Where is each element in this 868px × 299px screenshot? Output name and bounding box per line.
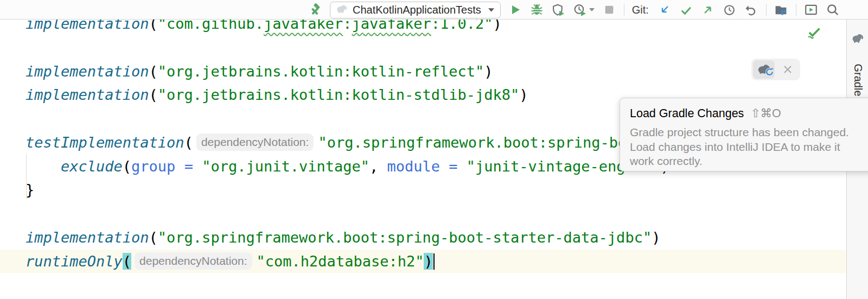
git-commit-icon[interactable] [679, 3, 693, 17]
code-token: ( [149, 63, 158, 80]
stop-icon [602, 3, 616, 17]
chevron-down-icon[interactable] [589, 8, 595, 11]
git-push-icon[interactable] [701, 3, 715, 17]
code-token: } [25, 181, 34, 198]
code-token: ( [149, 86, 158, 103]
build-hammer-icon[interactable] [308, 3, 322, 17]
code-token: :1.0.2" [431, 20, 493, 32]
indent-guide [26, 154, 27, 199]
code-line[interactable]: } [0, 178, 846, 202]
code-token: module = [387, 158, 467, 175]
toolbar-separator [624, 4, 624, 16]
code-line[interactable] [0, 202, 846, 226]
code-token: ) [484, 63, 493, 80]
code-token: "com.h2database:h2" [257, 253, 424, 270]
code-token: implementation [25, 63, 149, 80]
gradle-tab-label: Gradle [851, 63, 864, 96]
popup-title-text: Load Gradle Changes [630, 107, 744, 120]
profiler-icon[interactable] [573, 3, 588, 17]
gradle-elephant-icon [851, 31, 864, 47]
popup-title: Load Gradle Changes⇧⌘O [630, 106, 865, 120]
popup-shortcut: ⇧⌘O [750, 107, 781, 120]
chevron-down-icon [488, 8, 494, 12]
code-token: "org.jetbrains.kotlin:kotlin-stdlib-jdk8… [158, 86, 519, 103]
load-gradle-changes-popup: Load Gradle Changes⇧⌘O Gradle project st… [620, 98, 868, 171]
load-gradle-changes-button[interactable] [753, 60, 775, 79]
gradle-elephant-icon [336, 3, 348, 17]
code-token: runtimeOnly [25, 253, 123, 270]
code-token: testImplementation [25, 134, 184, 151]
code-token: "org.jetbrains.kotlin:kotlin-reflect" [158, 63, 484, 80]
code-token: "org.springframework.boot:spring-boot-st… [158, 229, 652, 246]
run-configuration-label: ChatKotlinApplicationTests [353, 4, 481, 16]
code-token: ( [123, 253, 131, 270]
code-token: ) [652, 229, 660, 246]
code-token: ( [123, 158, 131, 175]
toolbar-separator [796, 4, 796, 16]
code-token [25, 158, 61, 175]
inlay-hint: dependencyNotation: [196, 133, 314, 151]
code-token: implementation [25, 86, 149, 103]
toolbar-separator [766, 4, 767, 16]
code-token: "com.github. [158, 20, 264, 32]
history-icon[interactable] [723, 3, 737, 17]
project-structure-icon[interactable] [774, 3, 788, 17]
code-token: ) [493, 20, 502, 32]
inlay-hint: dependencyNotation: [135, 252, 252, 270]
sync-refresh-icon [765, 67, 774, 79]
popup-body: Gradle project structure has been change… [630, 125, 860, 169]
git-update-icon[interactable] [658, 3, 672, 17]
code-token: exclude [61, 158, 123, 175]
code-token: ( [149, 20, 158, 32]
gradle-tool-window-tab[interactable]: Gradle [847, 29, 868, 105]
code-line[interactable]: implementation("org.springframework.boot… [0, 226, 846, 250]
code-token: ( [149, 229, 158, 246]
close-icon[interactable] [781, 63, 794, 76]
debug-bug-icon[interactable] [530, 3, 544, 17]
code-token: ) [424, 253, 432, 270]
run-anything-icon[interactable] [804, 3, 818, 17]
git-label: Git: [632, 4, 649, 16]
main-toolbar: ChatKotlinApplicationTests [0, 0, 868, 20]
gradle-reload-widget [751, 59, 800, 80]
code-token: implementation [25, 20, 149, 32]
code-token: ( [184, 134, 193, 151]
rollback-icon[interactable] [744, 3, 758, 17]
code-token: , [369, 158, 387, 175]
code-token: implementation [25, 229, 149, 246]
code-line[interactable]: runtimeOnly(dependencyNotation:"com.h2da… [0, 250, 846, 273]
profiler-button-group[interactable] [573, 3, 595, 17]
code-line[interactable]: implementation("com.github.javafaker:jav… [0, 20, 846, 36]
code-token: group = [131, 158, 202, 175]
code-token: javafaker [352, 20, 431, 32]
run-play-icon[interactable] [508, 3, 522, 17]
code-line[interactable] [0, 36, 846, 60]
code-token: "org.junit.vintage" [202, 158, 369, 175]
code-line[interactable]: implementation("org.jetbrains.kotlin:kot… [0, 60, 846, 84]
code-token: javafaker [264, 20, 343, 32]
text-caret [433, 253, 435, 270]
search-icon[interactable] [826, 3, 840, 17]
code-token: ) [519, 86, 528, 103]
code-token: : [343, 20, 352, 32]
run-with-coverage-icon[interactable] [552, 3, 566, 17]
run-configuration-select[interactable]: ChatKotlinApplicationTests [330, 2, 501, 18]
inspections-ok-icon[interactable] [806, 25, 821, 40]
